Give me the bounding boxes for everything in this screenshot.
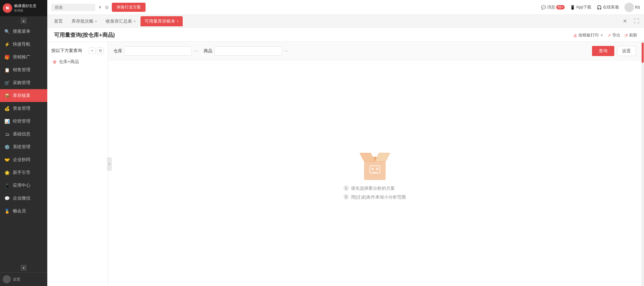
sidebar-icon-wechat: 💬 [4,195,10,201]
sidebar-icon-member: 🏅 [4,208,10,214]
sidebar-item-search[interactable]: 🔍搜索菜单 [0,25,47,38]
scrollbar-thumb[interactable] [642,43,644,63]
phone-icon: 📱 [570,5,575,10]
gear-icon[interactable]: ⚙ [105,5,109,10]
sidebar-icon-search: 🔍 [4,28,10,34]
sidebar-label-base: 基础信息 [13,131,30,137]
query-area: 仓库 ··· 商品 ··· 查询 设置 [108,42,641,286]
sidebar-nav: 🔍搜索菜单⚡快捷导航🎁营销推广📋销售管理🛒采购管理📦库存核算💰资金管理📊经营管理… [0,25,47,263]
tabs-right: ✕ ⛶ [621,17,641,25]
sidebar-icon-marketing: 🎁 [4,54,10,60]
sidebar-badge: 标准版 [14,8,36,13]
svg-marker-3 [360,153,375,161]
sidebar-item-operation[interactable]: 📊经营管理 [0,115,47,128]
sidebar-label-wechat: 企业微信 [13,195,30,201]
tab-summary[interactable]: 收发存汇总表× [102,16,139,26]
goods-more-btn[interactable]: ··· [284,48,288,54]
sidebar-item-inventory[interactable]: 📦库存核算 [0,89,47,102]
sidebar-item-newbie[interactable]: 🌟新手引导 [0,166,47,179]
online-service-btn[interactable]: 🎧 在线客服 [597,4,619,10]
sidebar-item-appstore[interactable]: 📱应用中心 [0,179,47,192]
filter-actions: + ⚙ [89,47,104,54]
sidebar-label-newbie: 新手引导 [13,170,30,176]
sidebar-label-marketing: 营销推广 [13,54,30,60]
tab-home[interactable]: 首页 [50,16,67,26]
export-btn[interactable]: ↗ 导出 [608,32,620,38]
sidebar-label-finance: 资金管理 [13,105,30,111]
sidebar-item-sales[interactable]: 📋销售管理 [0,63,47,76]
empty-step1: 1 请先选择要分析的方案 [343,185,406,191]
filter-item-warehouse-goods[interactable]: ⊕ 仓库+商品 [47,56,108,68]
settings-filter-btn[interactable]: ⚙ [97,47,104,54]
export-icon: ↗ [608,33,611,38]
trial-btn[interactable]: 体验行业方案 [112,3,146,12]
warehouse-field: 仓库 ··· [113,46,198,56]
sidebar-item-system[interactable]: ⚙️系统管理 [0,140,47,153]
sidebar-label-appstore: 应用中心 [13,182,30,188]
sidebar-item-wechat[interactable]: 💬企业微信 [0,192,47,205]
right-scrollbar [641,42,644,286]
refresh-icon: ↺ [624,33,628,38]
sidebar-item-finance[interactable]: 💰资金管理 [0,102,47,115]
filter-header: 按以下方案查询 + ⚙ [47,45,108,56]
sidebar-item-enterprise[interactable]: 🤝企业协同 [0,153,47,166]
empty-illustration [358,146,392,180]
close-all-btn[interactable]: ✕ [621,17,629,25]
sidebar-icon-enterprise: 🤝 [4,157,10,163]
tab-available[interactable]: 可用量库存账本× [140,16,183,26]
sidebar-label-purchase: 采购管理 [13,80,30,86]
tabs-bar: 首页库存批次账×收发存汇总表×可用量库存账本× ✕ ⛶ [47,15,644,28]
sidebar-item-marketing[interactable]: 🎁营销推广 [0,51,47,63]
svg-point-7 [376,168,378,170]
sidebar-label-shortcut: 快捷导航 [13,41,30,47]
warehouse-more-btn[interactable]: ··· [194,48,198,54]
sidebar-title: 畅康通好生意 [14,3,36,8]
page-actions: 🖨 按模板打印 ▼ ↗ 导出 ↺ 刷新 [573,32,637,38]
sidebar-item-purchase[interactable]: 🛒采购管理 [0,76,47,89]
headset-icon: 🎧 [597,5,602,10]
tab-label-available: 可用量库存账本 [145,18,175,24]
message-badge: 99+ [556,5,565,9]
sidebar-label-system: 系统管理 [13,144,30,150]
chevron-print-icon[interactable]: ▼ [600,33,603,37]
message-btn[interactable]: 💬 消息 99+ [541,4,565,10]
sidebar-footer: 设置 [0,272,47,286]
print-btn[interactable]: 🖨 按模板打印 ▼ [573,32,603,38]
tab-close-batch[interactable]: × [95,19,97,23]
add-filter-btn[interactable]: + [89,47,96,54]
svg-point-6 [371,168,373,170]
sidebar-item-member[interactable]: 🏅畅会员 [0,205,47,217]
tab-close-summary[interactable]: × [133,19,135,23]
sidebar-icon-appstore: 📱 [4,182,10,188]
tab-batch[interactable]: 库存批次账× [68,16,101,26]
sidebar-logo: 畅 [3,3,12,13]
sidebar-label-member: 畅会员 [13,208,26,214]
sidebar-scroll-down[interactable]: ▼ [21,265,27,271]
sidebar-item-shortcut[interactable]: ⚡快捷导航 [0,38,47,51]
chevron-down-icon[interactable]: ▼ [98,5,102,10]
empty-step2: 2 用[过滤]条件来缩小分析范围 [343,194,406,200]
sidebar-scroll-up[interactable]: ▲ [21,18,27,24]
query-btn[interactable]: 查询 [592,46,614,56]
message-icon: 💬 [541,5,546,10]
user-avatar[interactable]: Rit [624,3,640,12]
tab-label-summary: 收发存汇总表 [106,18,132,24]
refresh-btn[interactable]: ↺ 刷新 [624,32,637,38]
goods-input[interactable] [214,46,282,56]
tab-close-available[interactable]: × [177,19,179,23]
empty-state: 1 请先选择要分析的方案 2 用[过滤]条件来缩小分析范围 [108,60,641,286]
svg-rect-0 [364,161,386,180]
app-download-btn[interactable]: 📱 App下载 [570,4,591,10]
search-input[interactable] [51,4,95,11]
tab-label-batch: 库存批次账 [72,18,94,24]
collapse-filter-btn[interactable]: « [107,157,112,171]
sidebar-item-base[interactable]: 🗂基础信息 [0,128,47,140]
sidebar-icon-inventory: 📦 [4,93,10,99]
warehouse-input[interactable] [124,46,192,56]
filter-panel: 按以下方案查询 + ⚙ ⊕ 仓库+商品 « [47,42,108,286]
svg-marker-4 [375,153,390,161]
empty-text: 1 请先选择要分析的方案 2 用[过滤]条件来缩小分析范围 [343,185,406,200]
sidebar-icon-base: 🗂 [4,131,10,137]
query-settings-btn[interactable]: 设置 [617,46,636,56]
expand-btn[interactable]: ⛶ [632,18,641,25]
